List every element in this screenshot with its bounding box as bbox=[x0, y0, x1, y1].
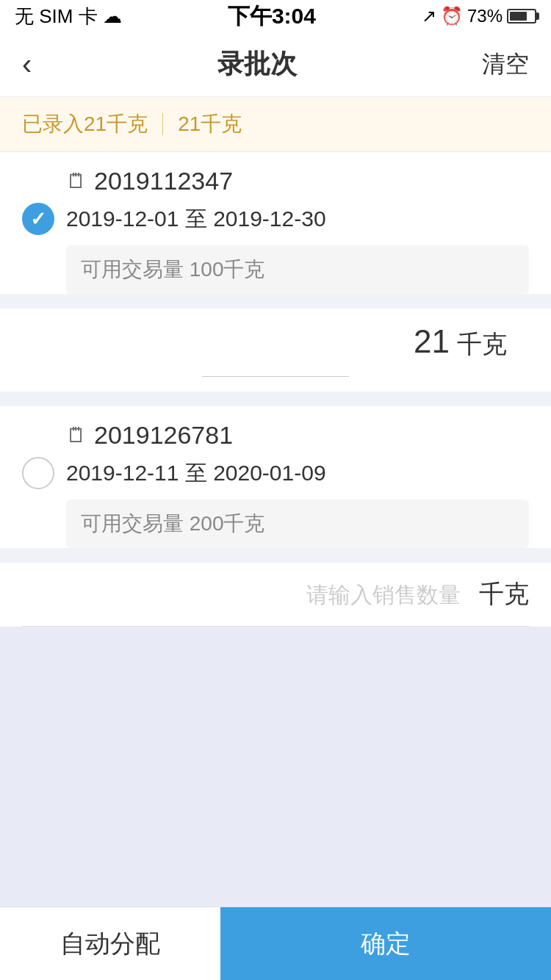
batch1-unit: 千克 bbox=[457, 328, 507, 361]
info-amount: 21千克 bbox=[178, 110, 242, 138]
batch2-date: 2019-12-11 至 2020-01-09 bbox=[66, 458, 326, 489]
info-label: 已录入21千克 bbox=[22, 110, 148, 138]
status-left: 无 SIM 卡 ☁ bbox=[15, 4, 122, 29]
status-time: 下午3:04 bbox=[228, 1, 316, 32]
batch2-unit: 千克 bbox=[479, 577, 529, 611]
card-divider bbox=[0, 392, 551, 406]
batch2-input-row: 千克 bbox=[0, 563, 551, 626]
battery-icon bbox=[507, 9, 536, 24]
batch-card-2: 🗒 2019126781 2019-12-11 至 2020-01-09 可用交… bbox=[0, 406, 551, 548]
bottom-spacer bbox=[0, 627, 551, 920]
batch2-input-container: 千克 bbox=[0, 563, 551, 627]
status-right: ↗ ⏰ 73% bbox=[422, 6, 536, 26]
batch1-underline bbox=[202, 376, 349, 377]
batch1-icon: 🗒 bbox=[66, 169, 87, 193]
content-area: 🗒 2019112347 2019-12-01 至 2019-12-30 可用交… bbox=[0, 152, 551, 980]
status-bar: 无 SIM 卡 ☁ 下午3:04 ↗ ⏰ 73% bbox=[0, 0, 551, 32]
batch1-available: 可用交易量 100千克 bbox=[66, 245, 529, 294]
bottom-bar: 自动分配 确定 bbox=[0, 907, 551, 980]
batch2-header: 🗒 2019126781 bbox=[22, 421, 529, 450]
batch2-date-row: 2019-12-11 至 2020-01-09 bbox=[22, 457, 529, 489]
page-title: 录批次 bbox=[217, 46, 297, 82]
batch1-date-row: 2019-12-01 至 2019-12-30 bbox=[22, 203, 529, 235]
batch1-header: 🗒 2019112347 bbox=[22, 167, 529, 195]
location-icon: ↗ bbox=[422, 6, 436, 26]
batch1-amount-wrap: 21 千克 bbox=[22, 309, 529, 377]
info-banner: 已录入21千克 21千克 bbox=[0, 97, 551, 152]
batch1-date: 2019-12-01 至 2019-12-30 bbox=[66, 204, 326, 234]
batch1-value: 21 bbox=[414, 323, 450, 360]
batch2-radio[interactable] bbox=[22, 457, 54, 489]
batch1-amount-container: 21 千克 bbox=[0, 309, 551, 392]
auto-distribute-button[interactable]: 自动分配 bbox=[0, 907, 220, 980]
batch1-radio[interactable] bbox=[22, 203, 54, 235]
batch2-icon: 🗒 bbox=[66, 423, 87, 447]
clear-button[interactable]: 清空 bbox=[482, 48, 529, 81]
batch2-quantity-input[interactable] bbox=[251, 580, 472, 608]
batch1-id: 2019112347 bbox=[94, 167, 233, 195]
batch2-id: 2019126781 bbox=[94, 421, 233, 450]
back-button[interactable]: ‹ bbox=[22, 48, 32, 81]
batch1-amount-row: 21 千克 bbox=[392, 309, 529, 376]
nav-bar: ‹ 录批次 清空 bbox=[0, 32, 551, 97]
confirm-button[interactable]: 确定 bbox=[220, 907, 551, 980]
sim-text: 无 SIM 卡 ☁ bbox=[15, 4, 122, 29]
battery-pct: 73% bbox=[467, 6, 503, 26]
alarm-icon: ⏰ bbox=[441, 6, 463, 26]
batch-card-1: 🗒 2019112347 2019-12-01 至 2019-12-30 可用交… bbox=[0, 152, 551, 294]
batch2-available: 可用交易量 200千克 bbox=[66, 500, 529, 548]
info-divider bbox=[162, 113, 163, 135]
